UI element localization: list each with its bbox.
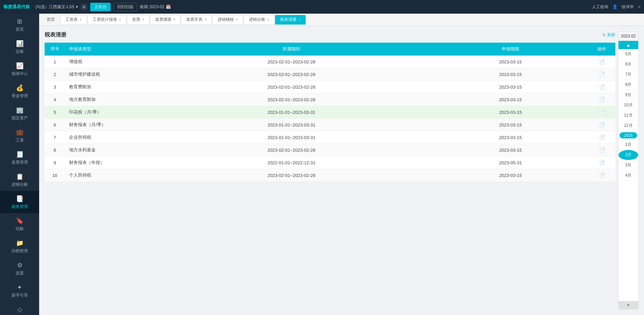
action-icon[interactable]: 📄 — [599, 172, 605, 178]
fund-icon: 💰 — [16, 84, 23, 92]
company-selector[interactable]: (勾选）江西服宝-LSS ▾ — [35, 4, 78, 10]
calendar-month-11[interactable]: 11月 — [618, 110, 638, 121]
sidebar-item-settle[interactable]: 🔖 结账 — [0, 213, 39, 235]
sidebar-item-assets[interactable]: 🏢 固定资产 — [0, 102, 39, 124]
sidebar-item-fund[interactable]: 💰 资金管理 — [0, 80, 39, 102]
tab-salary-table[interactable]: 工资表 × — [60, 15, 87, 25]
sidebar-item-invoice[interactable]: 🧾 发票管理 — [0, 147, 39, 169]
right-panel: 2023.02 ▲ 5月 6月 7月 8月 9月 10月 11月 12月 202… — [618, 31, 639, 310]
sidebar-item-report[interactable]: 📈 报表中心 — [0, 58, 39, 80]
cell-action[interactable]: 📄 — [588, 93, 615, 106]
cell-deadline: 2023-03-15 — [433, 81, 588, 93]
content-area: 首页 工资表 × 工资统计报表 × 发票 × 发票测算 × 发票开具 × — [39, 14, 644, 315]
tab-home[interactable]: 首页 — [42, 15, 60, 25]
cell-action[interactable]: 📄 — [588, 56, 615, 68]
action-icon[interactable]: 📄 — [599, 147, 605, 153]
tab-close-invoice[interactable]: × — [142, 18, 144, 21]
tab-close-salary-table[interactable]: × — [80, 18, 82, 21]
action-icon[interactable]: 📄 — [599, 109, 605, 115]
salary-icon: 💼 — [16, 129, 23, 136]
tab-salary-report[interactable]: 工资统计报表 × — [87, 15, 126, 25]
action-icon[interactable]: 📄 — [599, 160, 605, 165]
calendar-nav-down[interactable]: ▼ — [618, 301, 638, 309]
action-icon[interactable]: 📄 — [599, 59, 605, 64]
calendar-month-3[interactable]: 3月 — [618, 160, 638, 170]
cell-period: 2023-02-01~2023-02-28 — [150, 169, 433, 182]
cell-action[interactable]: 📄 — [588, 131, 615, 144]
tab-close-invoice-open[interactable]: × — [205, 18, 207, 21]
sidebar-label-archive: 归档管理 — [12, 248, 28, 254]
tab-invoice-calc[interactable]: 发票测算 × — [150, 15, 181, 25]
tab-close-purchase-check[interactable]: × — [236, 18, 238, 21]
sidebar-item-purchase[interactable]: 📋 进销台账 — [0, 169, 39, 191]
cell-action[interactable]: 📄 — [588, 169, 615, 182]
report-icon: 📈 — [16, 62, 23, 70]
workbench-button[interactable]: 工作台 — [90, 3, 111, 11]
sidebar-label-salary: 工资 — [16, 137, 24, 143]
col-type: 申报表类型 — [65, 43, 150, 56]
action-icon[interactable]: 📄 — [599, 122, 605, 127]
member-icon: ◇ — [17, 306, 22, 313]
tab-tax-list[interactable]: 税表清册 × — [275, 15, 306, 25]
calendar-month-1[interactable]: 1月 — [618, 140, 638, 150]
sidebar-item-member[interactable]: ◇ 畅会员 — [0, 302, 39, 315]
cell-deadline: 2023-03-15 — [433, 93, 588, 106]
calendar-month-2-active[interactable]: 2月 — [618, 150, 638, 160]
calendar-month-5[interactable]: 5月 — [618, 49, 638, 59]
cell-period: 2023-02-01~2023-02-28 — [150, 93, 433, 106]
calendar-month-6[interactable]: 6月 — [618, 59, 638, 70]
action-icon[interactable]: 📄 — [599, 72, 605, 77]
action-icon[interactable]: 📄 — [599, 97, 605, 102]
sidebar: ⊞ 首页 📊 总账 📈 报表中心 💰 资金管理 🏢 固定资产 💼 工资 🧾 发票… — [0, 14, 39, 315]
sidebar-item-guide[interactable]: ✦ 新手引导 — [0, 280, 39, 302]
tab-close-salary-report[interactable]: × — [119, 18, 121, 21]
sidebar-item-home[interactable]: ⊞ 首页 — [0, 14, 39, 36]
tab-invoice-open[interactable]: 发票开具 × — [181, 15, 212, 25]
cell-period: 2023-01-01~2023-03-31 — [150, 119, 433, 131]
cell-action[interactable]: 📄 — [588, 144, 615, 156]
tab-invoice[interactable]: 发票 × — [127, 15, 149, 25]
sidebar-item-ledger[interactable]: 📊 总账 — [0, 36, 39, 58]
cell-seq: 4 — [45, 93, 65, 106]
sidebar-label-home: 首页 — [16, 27, 24, 32]
tab-close-invoice-calc[interactable]: × — [174, 18, 176, 21]
calendar-month-9[interactable]: 9月 — [618, 90, 638, 100]
copy-icon-btn[interactable]: ⧉ — [81, 4, 87, 10]
tab-purchase-ledger[interactable]: 进销台账 × — [244, 15, 274, 25]
switch-old-button[interactable]: 切到旧版 — [113, 3, 137, 11]
sidebar-item-archive[interactable]: 📁 归档管理 — [0, 235, 39, 257]
calendar-icon[interactable]: 📅 — [166, 4, 171, 9]
refresh-button[interactable]: ↻ 刷新 — [602, 32, 615, 38]
user-name[interactable]: 徐泽华 — [622, 4, 634, 10]
calendar-month-8[interactable]: 8月 — [618, 80, 638, 90]
app-logo: 畅捷通易代账 — [3, 4, 30, 10]
page-title: 税表清册 — [45, 31, 66, 39]
action-icon[interactable]: 📄 — [599, 135, 605, 140]
close-icon[interactable]: × — [638, 4, 641, 10]
cell-period: 2023-02-01~2023-02-28 — [150, 81, 433, 93]
col-seq: 序号 — [45, 43, 65, 56]
calendar-month-7[interactable]: 7月 — [618, 70, 638, 80]
cell-action[interactable]: 📄 — [588, 106, 615, 119]
sidebar-item-tax[interactable]: 📑 税务管理 — [0, 191, 39, 213]
cell-type: 地方水利基金 — [65, 144, 150, 156]
cell-action[interactable]: 📄 — [588, 156, 615, 169]
tab-close-purchase-ledger[interactable]: × — [267, 18, 269, 21]
tab-purchase-check[interactable]: 进销稽核 × — [212, 15, 243, 25]
action-icon[interactable]: 📄 — [599, 84, 605, 90]
calendar-month-10[interactable]: 10月 — [618, 100, 638, 110]
settle-icon: 🔖 — [16, 217, 23, 225]
sidebar-item-salary[interactable]: 💼 工资 — [0, 124, 39, 147]
calendar-month-4[interactable]: 4月 — [618, 170, 638, 181]
calendar-nav-up[interactable]: ▲ — [618, 41, 638, 49]
purchase-icon: 📋 — [16, 173, 23, 180]
cell-action[interactable]: 📄 — [588, 81, 615, 93]
cell-action[interactable]: 📄 — [588, 119, 615, 131]
consult-button[interactable]: 人工咨询 — [592, 4, 608, 10]
cell-seq: 1 — [45, 56, 65, 68]
settings-icon: ⚙ — [17, 261, 22, 269]
cell-action[interactable]: 📄 — [588, 68, 615, 81]
tab-close-tax-list[interactable]: × — [299, 18, 301, 21]
sidebar-item-settings[interactable]: ⚙ 设置 — [0, 257, 39, 280]
calendar-month-12[interactable]: 12月 — [618, 121, 638, 131]
